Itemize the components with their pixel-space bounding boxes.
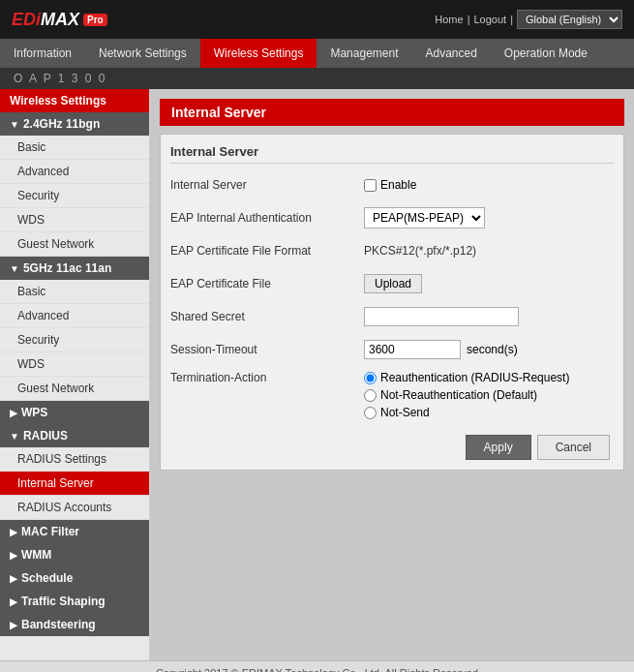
termination-row: Termination-Action Reauthentication (RAD… [170,371,614,419]
enable-label: Enable [380,178,416,192]
home-link[interactable]: Home [435,14,463,25]
termination-label-1: Reauthentication (RADIUS-Request) [380,371,569,384]
arrow-icon: ▼ [10,119,19,130]
layout: Wireless Settings ▼ 2.4GHz 11bgn Basic A… [0,89,634,660]
button-row: Apply Cancel [170,435,614,460]
eap-cert-format-value: PKCS#12(*.pfx/*.p12) [364,244,614,258]
sidebar-item-24-security[interactable]: Security [0,184,149,208]
sidebar-item-5-wds[interactable]: WDS [0,352,149,377]
sidebar-item-24-basic[interactable]: Basic [0,136,149,160]
sidebar-item-radius-accounts[interactable]: RADIUS Accounts [0,496,149,520]
termination-radio-2[interactable] [364,389,377,402]
termination-radio-group: Reauthentication (RADIUS-Request) Not-Re… [364,371,569,419]
termination-radio-3[interactable] [364,407,377,419]
device-label: O A P 1 3 0 0 [0,68,634,89]
session-timeout-input[interactable] [364,340,461,359]
sidebar-item-24-guest-network[interactable]: Guest Network [0,232,149,257]
logout-link[interactable]: Logout [473,14,506,25]
arrow-icon: ▶ [10,620,17,630]
eap-cert-format-text: PKCS#12(*.pfx/*.p12) [364,244,476,258]
eap-cert-format-label: EAP Certificate File Format [170,244,364,258]
sidebar-sub-radius: RADIUS Settings Internal Server RADIUS A… [0,447,149,520]
header: EDiMAX Pro Home | Logout | Global (Engli… [0,0,634,39]
sidebar-group-wmm[interactable]: ▶ WMM [0,543,149,566]
sidebar-group-traffic-shaping[interactable]: ▶ Traffic Shaping [0,590,149,613]
session-timeout-label: Session-Timeout [170,343,364,356]
eap-auth-label: EAP Internal Authentication [170,211,364,225]
arrow-icon: ▶ [10,408,17,418]
nav-network-settings[interactable]: Network Settings [85,39,200,68]
termination-label: Termination-Action [170,371,364,384]
sidebar-item-5-basic[interactable]: Basic [0,280,149,304]
upload-button[interactable]: Upload [364,274,422,293]
termination-label-3: Not-Send [380,406,430,419]
sidebar-item-5-advanced[interactable]: Advanced [0,304,149,328]
eap-cert-file-row: EAP Certificate File Upload [170,272,614,295]
sidebar-item-radius-settings[interactable]: RADIUS Settings [0,447,149,472]
nav-advanced[interactable]: Advanced [411,39,490,68]
header-right: Home | Logout | Global (English) [435,10,622,29]
eap-cert-file-label: EAP Certificate File [170,277,364,290]
nav-wireless-settings[interactable]: Wireless Settings [200,39,317,68]
arrow-icon: ▼ [10,431,19,442]
shared-secret-label: Shared Secret [170,310,364,323]
sidebar-group-radius[interactable]: ▼ RADIUS [0,424,149,447]
termination-option-1: Reauthentication (RADIUS-Request) [364,371,569,384]
shared-secret-row: Shared Secret [170,305,614,328]
shared-secret-input[interactable] [364,307,519,326]
sidebar-sub-5ghz: Basic Advanced Security WDS Guest Networ… [0,280,149,401]
footer-text: Copyright 2017 © EDIMAX Technology Co., … [156,667,478,672]
nav-operation-mode[interactable]: Operation Mode [491,39,601,68]
sidebar-group-24ghz[interactable]: ▼ 2.4GHz 11bgn [0,112,149,136]
main-nav: Information Network Settings Wireless Se… [0,39,634,68]
arrow-icon: ▶ [10,573,17,584]
sidebar-item-5-guest-network[interactable]: Guest Network [0,377,149,401]
sidebar-group-5ghz[interactable]: ▼ 5GHz 11ac 11an [0,257,149,280]
session-timeout-unit: second(s) [467,343,518,356]
sidebar-group-wps[interactable]: ▶ WPS [0,401,149,424]
termination-value: Reauthentication (RADIUS-Request) Not-Re… [364,371,614,419]
termination-option-3: Not-Send [364,406,569,419]
sidebar: Wireless Settings ▼ 2.4GHz 11bgn Basic A… [0,89,150,660]
termination-option-2: Not-Reauthentication (Default) [364,388,569,402]
termination-radio-1[interactable] [364,372,377,384]
eap-cert-file-value: Upload [364,274,614,293]
arrow-icon: ▶ [10,527,17,537]
sidebar-group-schedule[interactable]: ▶ Schedule [0,566,149,590]
box-title: Internal Server [170,144,614,164]
arrow-icon: ▶ [10,550,17,561]
sidebar-item-24-wds[interactable]: WDS [0,208,149,232]
internal-server-checkbox[interactable] [364,179,377,192]
content: Internal Server Internal Server Internal… [150,89,634,660]
cancel-button[interactable]: Cancel [537,435,610,460]
footer: Copyright 2017 © EDIMAX Technology Co., … [0,660,634,672]
nav-information[interactable]: Information [0,39,85,68]
internal-server-value: Enable [364,178,614,192]
eap-auth-select[interactable]: PEAP(MS-PEAP) [364,207,485,229]
sidebar-sub-24ghz: Basic Advanced Security WDS Guest Networ… [0,136,149,257]
shared-secret-value [364,307,614,326]
eap-auth-row: EAP Internal Authentication PEAP(MS-PEAP… [170,206,614,229]
logo-text: EDiMAX [12,10,79,30]
nav-management[interactable]: Management [317,39,411,68]
internal-server-label: Internal Server [170,178,364,192]
sidebar-item-24-advanced[interactable]: Advanced [0,160,149,184]
page-title: Internal Server [160,99,624,126]
internal-server-row: Internal Server Enable [170,173,614,197]
eap-auth-value: PEAP(MS-PEAP) [364,207,614,229]
termination-label-2: Not-Reauthentication (Default) [380,388,537,402]
apply-button[interactable]: Apply [466,435,531,460]
eap-cert-format-row: EAP Certificate File Format PKCS#12(*.pf… [170,239,614,262]
logo: EDiMAX Pro [12,10,107,30]
logo-pro: Pro [83,14,107,26]
internal-server-checkbox-item: Enable [364,178,416,192]
session-timeout-row: Session-Timeout second(s) [170,338,614,361]
content-box: Internal Server Internal Server Enable E… [160,134,624,471]
session-timeout-value: second(s) [364,340,614,359]
sidebar-group-mac-filter[interactable]: ▶ MAC Filter [0,520,149,543]
language-select[interactable]: Global (English) [517,10,622,29]
sidebar-item-5-security[interactable]: Security [0,328,149,352]
sidebar-title: Wireless Settings [0,89,149,112]
sidebar-group-bandsteering[interactable]: ▶ Bandsteering [0,613,149,636]
sidebar-item-internal-server[interactable]: Internal Server [0,472,149,496]
